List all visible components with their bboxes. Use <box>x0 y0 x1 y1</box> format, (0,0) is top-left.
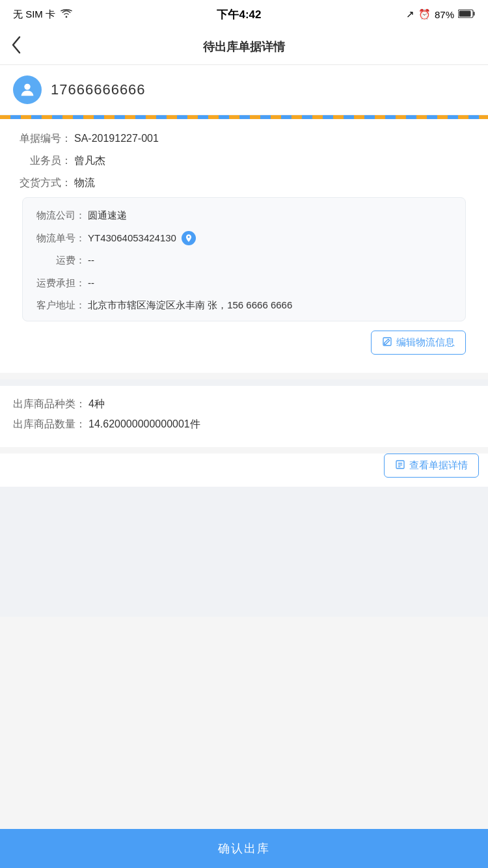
edit-btn-container: 编辑物流信息 <box>13 331 475 364</box>
status-time: 下午4:42 <box>217 7 261 22</box>
page-title: 待出库单据详情 <box>203 39 285 55</box>
delivery-method-label: 交货方式： <box>13 175 72 191</box>
battery-text: 87% <box>435 9 454 20</box>
logistics-company-row: 物流公司： 圆通速递 <box>33 208 455 223</box>
nav-bar: 待出库单据详情 <box>0 29 488 65</box>
phone-number: 17666666666 <box>51 81 146 98</box>
back-button[interactable] <box>10 34 23 59</box>
section-separator <box>0 379 488 386</box>
document-number-label: 单据编号： <box>13 131 72 146</box>
address-row: 客户地址： 北京市市辖区海淀区永丰南 张，156 6666 6666 <box>33 298 455 313</box>
carrier-text: 无 SIM 卡 <box>13 8 55 21</box>
edit-logistics-button[interactable]: 编辑物流信息 <box>371 331 466 355</box>
document-icon <box>395 459 405 472</box>
svg-point-3 <box>24 84 30 90</box>
logistics-card: 物流公司： 圆通速递 物流单号： YT43064053424130 运费： -- <box>22 197 466 321</box>
svg-rect-2 <box>459 10 470 16</box>
phone-header: 17666666666 <box>0 65 488 115</box>
salesperson-value: 曾凡杰 <box>74 153 475 169</box>
product-quantity-value: 14.620000000000001件 <box>88 418 200 431</box>
battery-icon <box>458 9 475 20</box>
avatar <box>13 75 42 104</box>
view-detail-container: 查看单据详情 <box>0 454 488 487</box>
wifi-icon <box>61 9 72 20</box>
document-number-row: 单据编号： SA-20191227-001 <box>13 131 475 146</box>
product-quantity-label: 出库商品数量： <box>13 418 86 431</box>
view-detail-button[interactable]: 查看单据详情 <box>384 454 479 478</box>
document-number-value: SA-20191227-001 <box>74 131 475 146</box>
svg-rect-1 <box>473 12 474 16</box>
logistics-company-label: 物流公司： <box>33 208 85 223</box>
freight-row: 运费： -- <box>33 253 455 268</box>
delivery-method-row: 交货方式： 物流 <box>13 175 475 191</box>
view-detail-label: 查看单据详情 <box>409 459 468 472</box>
confirm-button[interactable]: 确认出库 <box>0 829 488 868</box>
freight-label: 运费： <box>33 253 85 268</box>
location-icon: ↗ <box>406 8 414 20</box>
freight-bearer-value: -- <box>88 276 455 291</box>
product-types-label: 出库商品种类： <box>13 398 86 411</box>
product-section: 出库商品种类： 4种 出库商品数量： 14.620000000000001件 <box>0 386 488 447</box>
address-value: 北京市市辖区海淀区永丰南 张，156 6666 6666 <box>88 298 455 313</box>
salesperson-row: 业务员： 曾凡杰 <box>13 153 475 169</box>
freight-bearer-row: 运费承担： -- <box>33 276 455 291</box>
logistics-tracking-row: 物流单号： YT43064053424130 <box>33 231 455 246</box>
product-quantity-row: 出库商品数量： 14.620000000000001件 <box>13 418 475 431</box>
product-types-row: 出库商品种类： 4种 <box>13 398 475 411</box>
address-label: 客户地址： <box>33 298 85 313</box>
empty-space <box>0 487 488 617</box>
delivery-method-value: 物流 <box>74 175 475 191</box>
logistics-tracking-label: 物流单号： <box>33 231 85 246</box>
status-right: ↗ ⏰ 87% <box>406 8 475 20</box>
order-info-section: 单据编号： SA-20191227-001 业务员： 曾凡杰 交货方式： 物流 … <box>0 119 488 373</box>
freight-bearer-label: 运费承担： <box>33 276 85 291</box>
salesperson-label: 业务员： <box>13 153 72 169</box>
status-bar: 无 SIM 卡 下午4:42 ↗ ⏰ 87% <box>0 0 488 29</box>
location-pin-icon[interactable] <box>182 231 196 245</box>
product-types-value: 4种 <box>88 398 105 411</box>
confirm-button-label: 确认出库 <box>218 841 270 856</box>
edit-icon <box>382 336 392 349</box>
edit-logistics-label: 编辑物流信息 <box>396 336 455 349</box>
status-left: 无 SIM 卡 <box>13 8 72 21</box>
alarm-icon: ⏰ <box>418 8 431 20</box>
logistics-company-value: 圆通速递 <box>88 208 455 223</box>
freight-value: -- <box>88 253 455 268</box>
logistics-tracking-value: YT43064053424130 <box>88 231 455 246</box>
